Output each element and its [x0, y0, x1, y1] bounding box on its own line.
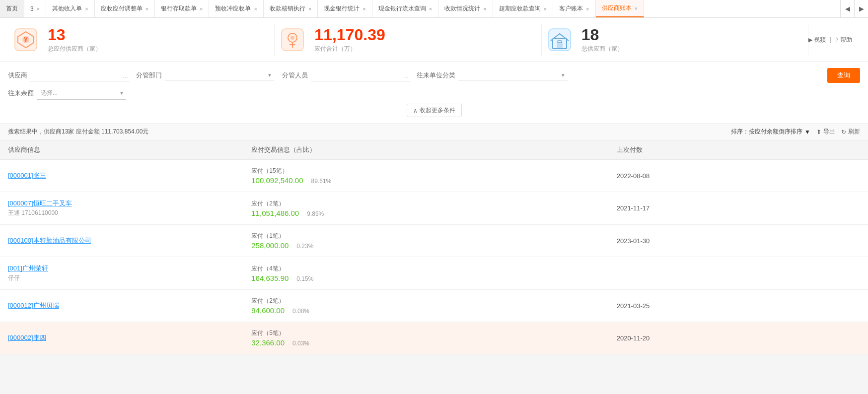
tx-amount-value: 94,600.00 [251, 306, 285, 315]
category-select[interactable]: ▼ [458, 70, 568, 80]
filter-row-1: 供应商 ... 分管部门 ▼ 分管人员 ... 往来单位分类 ▼ 查询 [8, 68, 860, 83]
close-tab-icon[interactable]: × [85, 6, 88, 12]
last-date-cell-0: 2022-08-08 [617, 172, 860, 180]
help-link[interactable]: ? 帮助 [836, 36, 852, 44]
close-tab-icon[interactable]: × [429, 6, 432, 12]
top-right-links: ▶ 视频 | ? 帮助 [808, 24, 860, 56]
tx-amount-value: 100,092,540.00 [251, 176, 303, 185]
supplier-cell-5: [000002]李四 [8, 333, 251, 342]
balance-select-text: 选择... [41, 89, 117, 97]
supplier-name-link[interactable]: [000001]张三 [8, 171, 251, 180]
supplier-name-link[interactable]: [001]广州荣轩 [8, 264, 251, 273]
nav-tab-tab3[interactable]: 3× [24, 0, 46, 17]
supplier-cell-0: [000001]张三 [8, 171, 251, 180]
tx-cell-1: 应付（2笔）11,051,486.009.89% [251, 199, 616, 217]
tx-label: 应付（2笔） [251, 297, 616, 305]
tx-cell-4: 应付（2笔）94,600.000.08% [251, 297, 616, 315]
close-tab-icon[interactable]: × [200, 6, 203, 12]
person-input-ellipsis: ... [403, 72, 409, 79]
close-tab-icon[interactable]: × [254, 6, 257, 12]
summary-info-payable-suppliers: 13 总应付供应商（家） [48, 26, 262, 53]
tx-amount-row: 11,051,486.009.89% [251, 209, 616, 217]
tx-amount-row: 94,600.000.08% [251, 306, 616, 315]
summary-card-total-suppliers: 18 总供应商（家） [542, 24, 808, 56]
collapse-icon: ∧ [413, 107, 418, 114]
tx-cell-3: 应付（4笔）164,635.900.15% [251, 264, 616, 282]
dept-select[interactable]: ▼ [165, 70, 274, 80]
last-date-cell-4: 2021-03-25 [617, 302, 860, 310]
last-date-cell-2: 2023-01-30 [617, 237, 860, 245]
col-header-tx: 应付交易信息（占比） [251, 145, 616, 154]
search-button[interactable]: 查询 [827, 68, 860, 83]
close-tab-icon[interactable]: × [483, 6, 486, 12]
nav-tab-receipt-stat[interactable]: 收款情况统计× [438, 0, 493, 17]
supplier-name-link[interactable]: [000012]广州贝瑞 [8, 301, 251, 310]
nav-tab-advance-ar[interactable]: 预收冲应收单× [209, 0, 263, 17]
close-tab-icon[interactable]: × [635, 5, 638, 11]
svg-point-6 [290, 36, 294, 40]
close-tab-icon[interactable]: × [586, 6, 589, 12]
table-row: [000100]本特勤油品有限公司应付（1笔）258,000.000.23%20… [0, 225, 868, 257]
nav-tab-ar-ap-adjust[interactable]: 应收应付调整单× [95, 0, 155, 17]
video-icon: ▶ [808, 37, 812, 43]
supplier-name-link[interactable]: [000002]李四 [8, 333, 251, 342]
last-date-cell-5: 2020-11-20 [617, 334, 860, 342]
supplier-sub-info: 仔仔 [8, 274, 251, 282]
supplier-sub-info: 王通 17106110000 [8, 209, 251, 217]
tx-amount-value: 11,051,486.00 [251, 209, 299, 217]
tx-label: 应付（15笔） [251, 167, 616, 175]
nav-left-arrow[interactable]: ◀ [840, 0, 854, 18]
total-suppliers-label: 总供应商（家） [581, 45, 796, 53]
tx-amount-row: 100,092,540.0089.61% [251, 176, 616, 185]
nav-tab-customer-ledger[interactable]: 客户账本× [553, 0, 595, 17]
total-suppliers-count: 18 [581, 26, 796, 44]
result-text: 搜索结果中，供应商13家 应付金额 111,703,854.00元 [8, 128, 148, 136]
tx-percent-value: 0.15% [296, 275, 313, 282]
close-tab-icon[interactable]: × [145, 6, 148, 12]
result-bar: 搜索结果中，供应商13家 应付金额 111,703,854.00元 排序：按应付… [0, 124, 868, 140]
table-row: [001]广州荣轩仔仔应付（4笔）164,635.900.15% [0, 257, 868, 290]
category-filter: 往来单位分类 ▼ [417, 70, 568, 80]
close-tab-icon[interactable]: × [37, 6, 40, 12]
close-tab-icon[interactable]: × [362, 6, 365, 12]
link-separator: | [830, 36, 831, 43]
nav-tab-bank-deposit[interactable]: 银行存取款单× [155, 0, 209, 17]
category-filter-label: 往来单位分类 [417, 71, 455, 80]
close-tab-icon[interactable]: × [308, 6, 311, 12]
supplier-table: 供应商信息 应付交易信息（占比） 上次付数 [000001]张三应付（15笔）1… [0, 140, 868, 354]
top-navigation: 首页3×其他收入单×应收应付调整单×银行存取款单×预收冲应收单×收款核销执行×现… [0, 0, 868, 18]
supplier-cell-4: [000012]广州贝瑞 [8, 301, 251, 310]
sort-button[interactable]: 排序：按应付余额倒序排序 ▼ [731, 128, 810, 136]
export-button[interactable]: ⬆ 导出 [816, 128, 835, 136]
summary-info-total-suppliers: 18 总供应商（家） [581, 26, 796, 53]
tx-amount-value: 164,635.90 [251, 274, 289, 282]
supplier-filter-label: 供应商 [8, 71, 27, 80]
nav-tab-supplier-ledger[interactable]: 供应商账本× [596, 0, 644, 17]
supplier-name-link[interactable]: [000007]恒旺二手叉车 [8, 199, 251, 208]
nav-tab-cash-bank-stat[interactable]: 现金银行统计× [318, 0, 372, 17]
nav-tab-home[interactable]: 首页 [0, 0, 24, 17]
supplier-input[interactable] [30, 70, 130, 81]
svg-rect-11 [557, 43, 563, 49]
store-icon [546, 26, 574, 54]
last-date-cell-1: 2021-11-17 [617, 204, 860, 212]
collapse-button[interactable]: ∧ 收起更多条件 [407, 104, 462, 117]
nav-tab-cash-bank-flow[interactable]: 现金银行流水查询× [372, 0, 438, 17]
tx-label: 应付（4笔） [251, 264, 616, 273]
video-link[interactable]: ▶ 视频 [808, 36, 826, 44]
nav-right-arrow[interactable]: ▶ [854, 0, 868, 18]
tx-label: 应付（2笔） [251, 199, 616, 208]
person-input[interactable] [311, 70, 410, 81]
tx-amount-value: 258,000.00 [251, 241, 289, 250]
refresh-button[interactable]: ↻ 刷新 [841, 128, 860, 136]
balance-select[interactable]: 选择... ▼ [37, 87, 126, 100]
supplier-input-ellipsis: ... [123, 72, 128, 79]
supplier-name-link[interactable]: [000100]本特勤油品有限公司 [8, 236, 251, 245]
nav-tab-overdue-ar[interactable]: 超期应收款查询× [493, 0, 553, 17]
tx-percent-value: 89.61% [311, 178, 332, 185]
close-tab-icon[interactable]: × [544, 6, 547, 12]
table-body: [000001]张三应付（15笔）100,092,540.0089.61%202… [0, 160, 868, 354]
nav-tab-other-income[interactable]: 其他收入单× [46, 0, 94, 17]
payable-total-label: 应付合计（万） [314, 45, 529, 53]
nav-tab-receipt-verify[interactable]: 收款核销执行× [264, 0, 318, 17]
